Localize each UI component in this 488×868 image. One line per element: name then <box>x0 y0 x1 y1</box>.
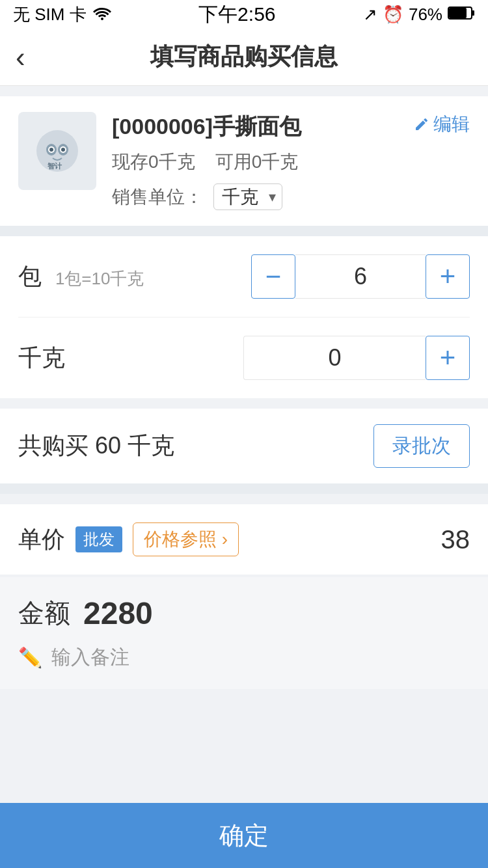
remark-placeholder: 输入备注 <box>51 644 129 671</box>
kg-quantity-row: 千克 + <box>18 318 470 398</box>
bao-qty-input[interactable] <box>295 254 426 299</box>
bao-quantity-row: 包 1包=10千克 − + <box>18 236 470 318</box>
bao-qty-control: − + <box>251 254 470 299</box>
status-bar: 无 SIM 卡 下午2:56 ↗ ⏰ 76% <box>0 0 488 29</box>
back-button[interactable]: ‹ <box>16 41 25 74</box>
product-unit-row: 销售单位： 千克 包 <box>112 183 470 210</box>
confirm-button[interactable]: 确定 <box>0 803 488 868</box>
remark-row[interactable]: ✏️ 输入备注 <box>18 644 470 689</box>
quantity-section: 包 1包=10千克 − + 千克 + <box>0 236 488 398</box>
battery-icon <box>448 5 475 25</box>
price-row: 单价 批发 价格参照 › 38 <box>18 522 470 556</box>
kg-label-group: 千克 <box>18 342 65 374</box>
edit-button[interactable]: 编辑 <box>414 112 470 137</box>
product-image: 智计 <box>18 112 96 190</box>
price-label: 单价 <box>18 524 65 556</box>
svg-rect-2 <box>449 8 467 18</box>
batch-button[interactable]: 录批次 <box>373 424 470 468</box>
pencil-icon: ✏️ <box>18 646 42 669</box>
bao-label-group: 包 1包=10千克 <box>18 261 144 293</box>
kg-label: 千克 <box>18 344 65 371</box>
svg-text:智计: 智计 <box>47 162 62 170</box>
product-card: 智计 [0000006]手撕面包 编辑 现存0千克 可用0千克 销售单位： <box>0 96 488 226</box>
price-tag: 批发 <box>75 526 122 552</box>
confirm-btn-text: 确定 <box>219 819 269 852</box>
amount-value: 2280 <box>83 595 153 631</box>
page-title: 填写商品购买信息 <box>150 41 338 73</box>
price-value: 38 <box>441 525 470 554</box>
nav-bar: ‹ 填写商品购买信息 <box>0 29 488 86</box>
bao-label: 包 <box>18 263 42 290</box>
summary-section: 共购买 60 千克 录批次 <box>0 409 488 483</box>
status-time: 下午2:56 <box>198 1 275 28</box>
battery-text: 76% <box>409 5 442 25</box>
status-left: 无 SIM 卡 <box>13 3 111 26</box>
product-info: [0000006]手撕面包 编辑 现存0千克 可用0千克 销售单位： 千克 <box>112 112 470 210</box>
product-name: [0000006]手撕面包 <box>112 112 414 142</box>
unit-select[interactable]: 千克 包 <box>213 183 282 210</box>
kg-qty-input[interactable] <box>243 336 426 380</box>
wifi-icon <box>93 5 111 25</box>
kg-plus-button[interactable]: + <box>426 336 470 380</box>
price-section: 单价 批发 价格参照 › 38 <box>0 504 488 575</box>
amount-row: 金额 2280 <box>18 595 470 644</box>
status-right: ↗ ⏰ 76% <box>363 5 475 25</box>
unit-select-wrapper[interactable]: 千克 包 <box>213 183 282 210</box>
kg-qty-control: + <box>243 336 470 380</box>
separator-2 <box>0 483 488 494</box>
location-icon: ↗ <box>363 5 377 25</box>
unit-label: 销售单位： <box>112 185 203 210</box>
svg-point-8 <box>49 148 53 152</box>
product-name-row: [0000006]手撕面包 编辑 <box>112 112 470 142</box>
bao-plus-button[interactable]: + <box>426 254 470 299</box>
carrier-text: 无 SIM 卡 <box>13 3 87 26</box>
summary-text: 共购买 60 千克 <box>18 430 174 462</box>
amount-section: 金额 2280 ✏️ 输入备注 <box>0 577 488 689</box>
bao-hint: 1包=10千克 <box>55 269 144 288</box>
svg-point-9 <box>61 148 65 152</box>
svg-rect-1 <box>472 10 474 16</box>
separator-1 <box>0 226 488 236</box>
amount-label: 金额 <box>18 595 70 631</box>
bao-minus-button[interactable]: − <box>251 254 295 299</box>
alarm-icon: ⏰ <box>383 5 403 25</box>
product-stock: 现存0千克 可用0千克 <box>112 150 470 174</box>
price-ref-button[interactable]: 价格参照 › <box>133 522 239 556</box>
